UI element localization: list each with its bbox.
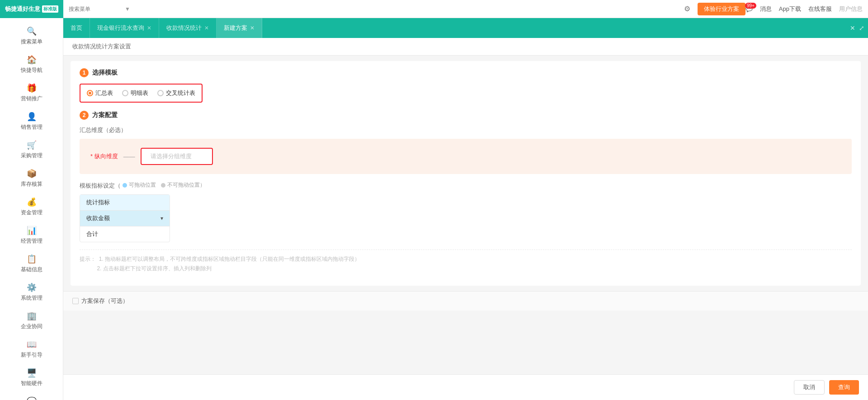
sidebar-label-search: 搜索菜单 — [21, 38, 42, 46]
gear-icon: ⚙️ — [27, 282, 37, 292]
step2-label: 2 方案配置 — [80, 111, 852, 120]
step2-num: 2 — [80, 111, 89, 120]
indicator-grid: 统计指标 收款金额 ▾ 合计 — [80, 194, 170, 242]
step1-label: 1 选择模板 — [80, 68, 852, 77]
search-input[interactable] — [69, 6, 123, 12]
save-checkbox-box[interactable] — [72, 298, 79, 304]
cancel-button[interactable]: 取消 — [794, 380, 825, 395]
box-icon: 📦 — [27, 169, 37, 179]
sidebar-label-system: 系统管理 — [21, 294, 42, 302]
tab-new-plan-close[interactable]: ✕ — [250, 25, 255, 31]
tip1-text: 提示： 1. 拖动标题栏可以调整布局，不可跨维度或指标区域拖动栏目字段（只能在同… — [80, 254, 852, 264]
notification-count: 99+ — [745, 3, 756, 9]
sidebar-item-finance[interactable]: 💰 资金管理 — [0, 193, 63, 221]
radio-detail-label: 明细表 — [131, 89, 148, 97]
step1-num: 1 — [80, 68, 89, 77]
sidebar-item-sales[interactable]: 👤 销售管理 — [0, 107, 63, 136]
sidebar-item-system[interactable]: ⚙️ 系统管理 — [0, 278, 63, 306]
sidebar-item-operations[interactable]: 📊 经营管理 — [0, 221, 63, 249]
movable-badge: 可拖动位置 — [123, 181, 156, 189]
tab-close-all-icon[interactable]: ✕ — [850, 24, 855, 32]
radio-detail[interactable]: 明细表 — [122, 89, 148, 97]
template-radio-group: 汇总表 明细表 交叉统计表 — [80, 84, 203, 103]
tab-receipts-close[interactable]: ✕ — [204, 25, 209, 31]
tab-bank-close[interactable]: ✕ — [147, 25, 151, 31]
sidebar-item-guide[interactable]: 📖 新手引导 — [0, 335, 63, 363]
indicator-header-label: 模板指标设定（ 可拖动位置 不可拖动位置） — [80, 181, 205, 190]
notification-label[interactable]: 消息 — [760, 5, 772, 13]
search-icon: 🔍 — [27, 26, 37, 36]
tips-section: 提示： 1. 拖动标题栏可以调整布局，不可跨维度或指标区域拖动栏目字段（只能在同… — [80, 249, 852, 278]
vertical-dim-label: * 纵向维度 — [90, 152, 118, 160]
radio-cross[interactable]: 交叉统计表 — [157, 89, 195, 97]
radio-summary-circle — [87, 90, 93, 96]
tip2-text: 2. 点击标题栏下拉可设置排序、插入列和删除列 — [97, 264, 852, 274]
fixed-label: 不可拖动位置） — [167, 181, 205, 189]
indicator-section: 模板指标设定（ 可拖动位置 不可拖动位置） — [80, 181, 852, 242]
building-icon: 🏢 — [27, 311, 37, 321]
tab-bank-label: 现金银行流水查询 — [97, 24, 144, 32]
indicator-total-label: 合计 — [86, 231, 98, 237]
tab-new-plan[interactable]: 新建方案 ✕ — [217, 18, 262, 38]
dimension-section-label: 汇总维度（必选） — [80, 126, 852, 134]
sidebar-item-enterprise[interactable]: 🏢 企业协同 — [0, 306, 63, 335]
dimension-row: * 纵向维度 —— 请选择分组维度 — [90, 148, 841, 165]
tab-maximize-icon[interactable]: ⤢ — [859, 24, 864, 32]
monitor-icon: 🖥️ — [27, 368, 37, 378]
user-icon: 👤 — [27, 112, 37, 122]
page-footer: 方案保存（可选） — [63, 291, 868, 311]
page-title: 收款情况统计方案设置 — [72, 43, 131, 50]
dim-arrow: —— — [123, 153, 135, 160]
topbar: 畅捷通好生意 标准版 ▼ ⚙ 体验行业方案 💬 99+ 消息 App下载 在线客… — [0, 0, 868, 18]
query-button[interactable]: 查询 — [829, 380, 859, 395]
dropdown-icon[interactable]: ▼ — [125, 6, 130, 12]
tab-receipts-label: 收款情况统计 — [166, 24, 202, 32]
page-header: 收款情况统计方案设置 — [63, 38, 868, 56]
indicator-col-name: 收款金额 — [86, 214, 110, 222]
step1-container: 1 选择模板 汇总表 明细表 — [80, 68, 852, 103]
radio-detail-circle — [122, 90, 128, 96]
tab-bar: 首页 现金银行流水查询 ✕ 收款情况统计 ✕ 新建方案 ✕ ✕ ⤢ — [63, 18, 868, 38]
sidebar-item-hardware[interactable]: 🖥️ 智能硬件 — [0, 363, 63, 392]
step2-title: 方案配置 — [92, 111, 118, 119]
sidebar-item-base[interactable]: 📋 基础信息 — [0, 249, 63, 278]
app-download[interactable]: App下载 — [779, 5, 801, 13]
sidebar-label-enterprise: 企业协同 — [21, 323, 42, 330]
notification-badge[interactable]: 💬 99+ — [745, 5, 753, 12]
user-info[interactable]: 用户信息 — [839, 5, 863, 13]
sidebar-label-marketing: 营销推广 — [21, 95, 42, 103]
tab-home[interactable]: 首页 — [63, 18, 90, 38]
sidebar-label-sales: 销售管理 — [21, 123, 42, 131]
logo: 畅捷通好生意 标准版 — [0, 0, 63, 18]
sidebar-label-purchase: 采购管理 — [21, 152, 42, 160]
sidebar-item-search[interactable]: 🔍 搜索菜单 — [0, 22, 63, 50]
home-icon: 🏠 — [27, 55, 37, 65]
gift-icon: 🎁 — [27, 83, 37, 93]
sidebar-item-quick-nav[interactable]: 🏠 快捷导航 — [0, 50, 63, 79]
col-dropdown-icon[interactable]: ▾ — [160, 215, 163, 221]
topbar-actions: ⚙ 体验行业方案 — [684, 3, 745, 15]
industry-btn[interactable]: 体验行业方案 — [698, 3, 745, 15]
group-dim-select[interactable]: 请选择分组维度 — [141, 148, 213, 165]
save-option-checkbox[interactable]: 方案保存（可选） — [72, 297, 128, 305]
indicator-col-row[interactable]: 收款金额 ▾ — [80, 211, 170, 226]
fixed-badge: 不可拖动位置） — [161, 181, 205, 189]
chart-icon: 📊 — [27, 226, 37, 235]
sidebar-item-marketing[interactable]: 🎁 营销推广 — [0, 79, 63, 107]
settings-icon[interactable]: ⚙ — [684, 5, 690, 13]
sidebar-item-inventory[interactable]: 📦 库存核算 — [0, 164, 63, 193]
sidebar-item-purchase[interactable]: 🛒 采购管理 — [0, 136, 63, 164]
tab-receipts[interactable]: 收款情况统计 ✕ — [159, 18, 217, 38]
main-layout: 🔍 搜索菜单 🏠 快捷导航 🎁 营销推广 👤 销售管理 🛒 采购管理 📦 库存核… — [0, 18, 868, 400]
sidebar-item-wechat[interactable]: 💬 企业微信 — [0, 392, 63, 400]
online-service[interactable]: 在线客服 — [808, 5, 832, 13]
radio-summary[interactable]: 汇总表 — [87, 89, 113, 97]
step2-container: 2 方案配置 汇总维度（必选） * 纵向维度 —— 请选择分组维度 — [80, 111, 852, 278]
main-card: 1 选择模板 汇总表 明细表 — [71, 61, 861, 286]
radio-cross-circle — [157, 90, 164, 96]
radio-cross-label: 交叉统计表 — [166, 89, 195, 97]
step1-title: 选择模板 — [92, 69, 118, 77]
page-content: 收款情况统计方案设置 1 选择模板 汇总表 — [63, 38, 868, 374]
tab-bank[interactable]: 现金银行流水查询 ✕ — [90, 18, 159, 38]
indicator-header: 模板指标设定（ 可拖动位置 不可拖动位置） — [80, 181, 852, 190]
